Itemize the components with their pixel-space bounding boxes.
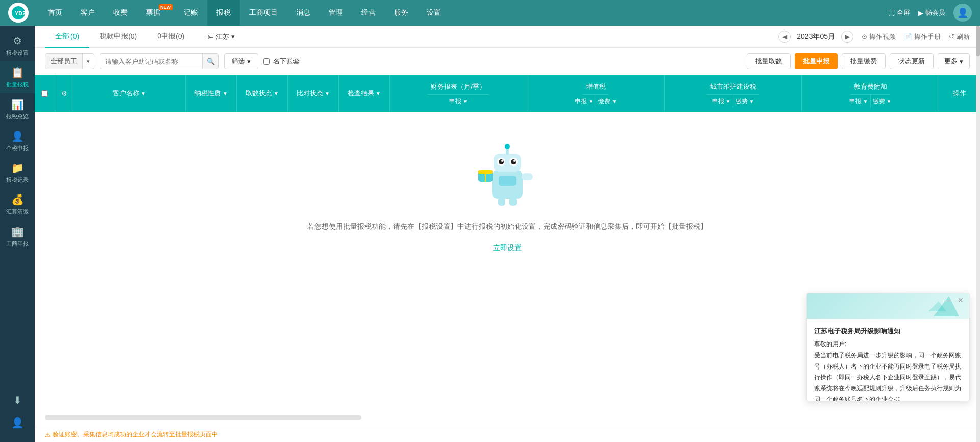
next-month-button[interactable]: ▶ bbox=[841, 31, 853, 43]
user-avatar[interactable]: 👤 bbox=[953, 4, 972, 22]
nav-services[interactable]: 服务 bbox=[385, 0, 418, 26]
filter-button[interactable]: 筛选 ▾ bbox=[224, 53, 258, 69]
more-button[interactable]: 更多 ▾ bbox=[938, 53, 970, 69]
app-logo[interactable]: YDZ bbox=[8, 3, 29, 23]
batch-pay-button[interactable]: 批量缴费 bbox=[842, 53, 886, 69]
horizontal-scrollbar[interactable] bbox=[45, 415, 361, 420]
sidebar-label-personal-tax: 个税申报 bbox=[6, 144, 29, 152]
sidebar-item-annual-settlement[interactable]: 💰 汇算清缴 bbox=[0, 188, 35, 220]
search-button[interactable]: 🔍 bbox=[202, 53, 218, 69]
sidebar-item-download[interactable]: ⬇ bbox=[0, 389, 35, 411]
sidebar-label-tax-records: 报税记录 bbox=[6, 176, 29, 183]
nav-billing[interactable]: 收费 bbox=[104, 0, 137, 26]
finance-declare-filter[interactable]: ▼ bbox=[463, 99, 468, 104]
th-action: 操作 bbox=[939, 75, 980, 112]
vat-declare-filter[interactable]: ▼ bbox=[589, 99, 594, 104]
employee-filter[interactable]: 全部员工 ▾ bbox=[45, 53, 94, 69]
nav-bookkeeping[interactable]: 记账 bbox=[175, 0, 207, 26]
sidebar-item-profile[interactable]: 👤 bbox=[0, 411, 35, 434]
tab-all[interactable]: 全部(0) bbox=[45, 26, 89, 48]
toolbar: 全部员工 ▾ 🔍 筛选 ▾ 名下账套 批量取数 批量申报 bbox=[35, 48, 980, 75]
edu-declare-filter[interactable]: ▼ bbox=[863, 99, 868, 104]
fullscreen-icon: ⛶ bbox=[888, 9, 895, 17]
region-selector[interactable]: 🏷 江苏 ▾ bbox=[207, 32, 235, 41]
city-pay-filter[interactable]: ▼ bbox=[749, 99, 754, 104]
nav-customer[interactable]: 客户 bbox=[71, 0, 104, 26]
nav-tax[interactable]: 报税 bbox=[207, 0, 240, 26]
notification-expand-button[interactable]: — bbox=[943, 296, 952, 305]
refresh-button[interactable]: ↺ 刷新 bbox=[949, 32, 970, 41]
named-accounts-check[interactable] bbox=[263, 58, 270, 65]
employee-filter-arrow[interactable]: ▾ bbox=[83, 54, 94, 69]
tab-zero-declare[interactable]: 0申报(0) bbox=[147, 26, 194, 48]
setup-link[interactable]: 立即设置 bbox=[493, 243, 522, 253]
more-chevron-icon: ▾ bbox=[960, 58, 963, 65]
fullscreen-button[interactable]: ⛶ 全屏 bbox=[888, 8, 910, 17]
search-input[interactable] bbox=[100, 58, 202, 65]
nav-messages[interactable]: 消息 bbox=[287, 0, 320, 26]
status-bar: ⚠ 验证账密、采集信息均成功的企业才会流转至批量报税页面中 bbox=[35, 427, 976, 442]
prev-month-button[interactable]: ◀ bbox=[778, 31, 791, 43]
taxtype-filter-icon[interactable]: ▼ bbox=[223, 91, 228, 96]
month-navigator: ◀ 2023年05月 ▶ bbox=[778, 31, 853, 43]
th-check-result: 检查结果 ▼ bbox=[339, 75, 390, 112]
sidebar-label-tax-settings: 报税设置 bbox=[6, 49, 29, 56]
notification-top-bar: — ✕ bbox=[939, 293, 969, 307]
nav-business[interactable]: 工商项目 bbox=[240, 0, 287, 26]
checkres-filter-icon[interactable]: ▼ bbox=[376, 91, 381, 96]
sidebar-item-batch-tax[interactable]: 📋 批量报税 bbox=[0, 61, 35, 93]
right-scrollbar[interactable] bbox=[976, 26, 980, 442]
name-filter-icon[interactable]: ▼ bbox=[141, 91, 146, 96]
vat-pay-filter[interactable]: ▼ bbox=[612, 99, 617, 104]
member-button[interactable]: ▶ 畅会员 bbox=[918, 8, 945, 17]
nav-management[interactable]: 管理 bbox=[320, 0, 352, 26]
th-gear[interactable]: ⚙ bbox=[55, 75, 74, 112]
named-accounts-checkbox[interactable]: 名下账套 bbox=[263, 57, 300, 66]
batch-declare-button[interactable]: 批量申报 bbox=[795, 53, 838, 69]
th-vat-pay: 缴费 ▼ bbox=[596, 95, 619, 108]
select-all-checkbox[interactable] bbox=[41, 90, 48, 97]
operation-manual-link[interactable]: 📄 操作手册 bbox=[904, 32, 941, 41]
sidebar-item-personal-tax[interactable]: 👤 个税申报 bbox=[0, 125, 35, 157]
table-header: ⚙ 客户名称 ▼ 纳税性质 ▼ 取数状态 ▼ 比对状态 ▼ bbox=[35, 75, 980, 112]
toolbar-right-actions: 批量取数 批量申报 批量缴费 状态更新 更多 ▾ bbox=[747, 53, 970, 69]
notification-title: 江苏电子税务局升级影响通知 bbox=[814, 325, 962, 337]
status-warning: ⚠ 验证账密、采集信息均成功的企业才会流转至批量报税页面中 bbox=[45, 430, 218, 439]
tab-tax-declare[interactable]: 税款申报(0) bbox=[89, 26, 147, 48]
compare-filter-icon[interactable]: ▼ bbox=[325, 91, 330, 96]
notification-close-button[interactable]: ✕ bbox=[956, 296, 965, 305]
sidebar-item-tax-records[interactable]: 📁 报税记录 bbox=[0, 157, 35, 188]
operation-video-link[interactable]: ⊙ 操作视频 bbox=[862, 32, 896, 41]
gear-icon: ⚙ bbox=[61, 90, 67, 97]
nav-settings[interactable]: 设置 bbox=[418, 0, 450, 26]
city-declare-filter[interactable]: ▼ bbox=[726, 99, 731, 104]
new-badge: NEW bbox=[159, 4, 173, 10]
avatar-icon: 👤 bbox=[957, 7, 968, 18]
nav-operations[interactable]: 经营 bbox=[352, 0, 385, 26]
filter-chevron-icon: ▾ bbox=[247, 58, 251, 65]
batch-fetch-button[interactable]: 批量取数 bbox=[747, 53, 791, 69]
scrollbar-thumb[interactable] bbox=[976, 26, 980, 56]
sidebar-label-tax-overview: 报税总览 bbox=[6, 113, 29, 120]
th-fetch-status: 取数状态 ▼ bbox=[237, 75, 288, 112]
th-city-tax: 城市维护建设税 申报 ▼ 缴费 ▼ bbox=[665, 75, 802, 112]
edu-pay-filter[interactable]: ▼ bbox=[887, 99, 892, 104]
notification-greeting: 尊敬的用户: bbox=[814, 339, 962, 350]
nav-home[interactable]: 首页 bbox=[39, 0, 71, 26]
th-city-declare: 申报 ▼ bbox=[710, 95, 733, 108]
sidebar-item-tax-settings[interactable]: ⚙ 报税设置 bbox=[0, 30, 35, 61]
robot-illustration bbox=[474, 142, 541, 209]
sidebar-item-annual-report[interactable]: 🏢 工商年报 bbox=[0, 220, 35, 252]
sidebar-item-tax-overview[interactable]: 📊 报税总览 bbox=[0, 93, 35, 125]
tax-overview-icon: 📊 bbox=[11, 99, 24, 111]
tax-records-icon: 📁 bbox=[11, 162, 24, 174]
svg-rect-12 bbox=[499, 176, 516, 186]
status-update-button[interactable]: 状态更新 bbox=[890, 53, 934, 69]
download-icon: ⬇ bbox=[13, 394, 22, 406]
nav-invoice[interactable]: 票据 NEW bbox=[137, 0, 175, 26]
top-nav-right: ⛶ 全屏 ▶ 畅会员 👤 bbox=[888, 4, 972, 22]
search-wrap: 🔍 bbox=[100, 53, 219, 69]
fetch-filter-icon[interactable]: ▼ bbox=[274, 91, 279, 96]
manual-icon: 📄 bbox=[904, 33, 912, 40]
sidebar-bottom: ⬇ 👤 bbox=[0, 389, 35, 442]
